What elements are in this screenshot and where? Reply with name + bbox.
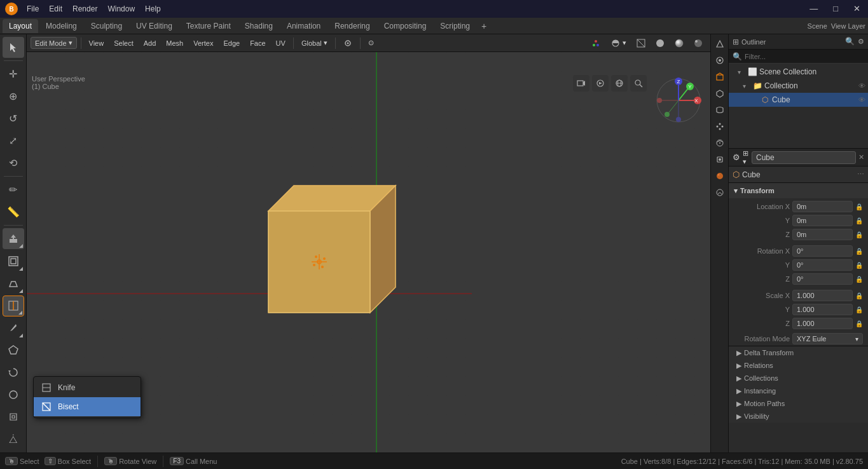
motion-paths-section[interactable]: ▶ Motion Paths bbox=[729, 397, 868, 410]
maximize-button[interactable]: □ bbox=[825, 0, 846, 18]
relations-section[interactable]: ▶ Relations bbox=[729, 359, 868, 372]
shear-tool[interactable]: ⧊ bbox=[3, 429, 24, 450]
outliner-filter-icon[interactable]: ⚙ bbox=[858, 37, 864, 46]
close-button[interactable]: ✕ bbox=[846, 0, 868, 18]
cube-visibility[interactable]: 👁 bbox=[858, 96, 865, 104]
scene-collection-row[interactable]: ▾ ⬜ Scene Collection bbox=[729, 65, 868, 79]
transform-header[interactable]: ▾ Transform bbox=[729, 183, 868, 198]
viewport-uv-menu[interactable]: UV bbox=[272, 38, 289, 48]
viewport[interactable]: Edit Mode ▾ View Select Add Mesh Vertex … bbox=[27, 34, 710, 452]
loop-cut-tool[interactable] bbox=[3, 296, 24, 316]
move-tool[interactable]: ⊕ bbox=[3, 86, 24, 107]
props-material-tab[interactable] bbox=[712, 168, 727, 184]
tab-layout[interactable]: Layout bbox=[3, 19, 38, 33]
world-orientation-button[interactable] bbox=[611, 75, 628, 92]
object-options-icon[interactable]: ⋯ bbox=[857, 170, 864, 179]
scene-selector[interactable]: Scene bbox=[808, 22, 827, 30]
collection-row[interactable]: ▾ 📁 Collection 👁 bbox=[729, 79, 868, 93]
menu-render[interactable]: Render bbox=[69, 3, 101, 15]
tab-modeling[interactable]: Modeling bbox=[39, 19, 83, 33]
viewport-vertex-menu[interactable]: Vertex bbox=[189, 38, 217, 48]
camera-view-button[interactable] bbox=[573, 75, 589, 92]
extrude-tool[interactable] bbox=[3, 228, 24, 249]
viewport-gizmo[interactable]: X Y Z bbox=[653, 75, 704, 126]
scale-x-lock[interactable]: 🔒 bbox=[855, 292, 863, 299]
smooth-tool[interactable] bbox=[3, 384, 24, 405]
viewport-shading-wireframe[interactable] bbox=[633, 37, 649, 49]
menu-window[interactable]: Window bbox=[104, 3, 139, 15]
scale-tool[interactable]: ⤢ bbox=[3, 130, 24, 151]
add-workspace-button[interactable]: + bbox=[478, 20, 490, 32]
collection-visibility[interactable]: 👁 bbox=[858, 82, 865, 90]
props-object-tab[interactable] bbox=[712, 69, 727, 85]
visibility-section[interactable]: ▶ Visibility bbox=[729, 410, 868, 423]
tab-texture-paint[interactable]: Texture Paint bbox=[180, 19, 237, 33]
props-constraints-tab[interactable] bbox=[712, 152, 727, 167]
outliner-filter-input[interactable] bbox=[745, 53, 864, 60]
viewport-mesh-menu[interactable]: Mesh bbox=[162, 38, 187, 48]
transform-orientation[interactable]: Global ▾ bbox=[298, 37, 331, 48]
tab-rendering[interactable]: Rendering bbox=[328, 19, 376, 33]
location-y-lock[interactable]: 🔒 bbox=[855, 217, 863, 224]
cursor-tool[interactable]: ✛ bbox=[3, 64, 24, 85]
viewport-edge-menu[interactable]: Edge bbox=[219, 38, 244, 48]
props-modifiers-tab[interactable] bbox=[712, 102, 727, 118]
menu-file[interactable]: File bbox=[23, 3, 43, 15]
transform-tool[interactable]: ⟲ bbox=[3, 153, 24, 173]
collections-section[interactable]: ▶ Collections bbox=[729, 372, 868, 384]
spin-tool[interactable] bbox=[3, 362, 24, 383]
rotation-z-field[interactable]: 0° bbox=[792, 273, 853, 285]
location-z-field[interactable]: 0m bbox=[792, 229, 853, 240]
view-layer-selector[interactable]: View Layer bbox=[831, 22, 865, 30]
annotate-tool[interactable]: ✏ bbox=[3, 179, 24, 200]
bisect-menu-item[interactable]: Bisect bbox=[34, 397, 141, 416]
scale-y-lock[interactable]: 🔒 bbox=[855, 306, 863, 313]
poly-build-tool[interactable] bbox=[3, 340, 24, 361]
tab-animation[interactable]: Animation bbox=[280, 19, 327, 33]
viewport-shading-solid[interactable] bbox=[652, 37, 668, 49]
measure-tool[interactable]: 📏 bbox=[3, 201, 24, 222]
rotation-y-lock[interactable]: 🔒 bbox=[855, 262, 863, 269]
outliner-search-icon[interactable]: 🔍 bbox=[845, 37, 855, 47]
mode-select[interactable]: Edit Mode ▾ bbox=[31, 37, 77, 49]
tab-shading[interactable]: Shading bbox=[238, 19, 279, 33]
props-particles-tab[interactable] bbox=[712, 119, 727, 134]
location-x-lock[interactable]: 🔒 bbox=[855, 203, 863, 210]
props-panel-dropdown[interactable]: ⊞ ▾ bbox=[743, 149, 749, 166]
viewport-overlays-toggle[interactable]: ▾ bbox=[607, 37, 630, 49]
props-scene-tab[interactable] bbox=[712, 36, 727, 51]
viewport-canvas[interactable]: User Perspective (1) Cube X Y bbox=[27, 52, 710, 452]
zoom-button[interactable] bbox=[630, 75, 647, 92]
rotation-x-field[interactable]: 0° bbox=[792, 245, 853, 257]
viewport-shading-material[interactable] bbox=[671, 37, 687, 49]
tab-compositing[interactable]: Compositing bbox=[378, 19, 433, 33]
scale-y-field[interactable]: 1.000 bbox=[792, 304, 853, 315]
props-mesh-tab[interactable] bbox=[712, 86, 727, 101]
minimize-button[interactable]: — bbox=[802, 0, 825, 18]
scale-z-lock[interactable]: 🔒 bbox=[855, 320, 863, 327]
viewport-view-menu[interactable]: View bbox=[85, 38, 108, 48]
viewport-face-menu[interactable]: Face bbox=[246, 38, 269, 48]
rotation-z-lock[interactable]: 🔒 bbox=[855, 276, 863, 283]
tab-scripting[interactable]: Scripting bbox=[434, 19, 476, 33]
viewport-shading-rendered[interactable] bbox=[690, 37, 706, 49]
viewport-select-menu[interactable]: Select bbox=[110, 38, 137, 48]
location-x-field[interactable]: 0m bbox=[792, 201, 853, 212]
rotate-tool[interactable]: ↺ bbox=[3, 108, 24, 129]
rotation-y-field[interactable]: 0° bbox=[792, 259, 853, 271]
menu-help[interactable]: Help bbox=[141, 3, 165, 15]
shrink-tool[interactable] bbox=[3, 407, 24, 428]
viewport-add-menu[interactable]: Add bbox=[140, 38, 160, 48]
panel-pin-icon[interactable]: ✕ bbox=[858, 153, 864, 161]
proportional-edit[interactable]: ⊙ bbox=[364, 37, 378, 48]
rotation-x-lock[interactable]: 🔒 bbox=[855, 248, 863, 255]
tab-uv-editing[interactable]: UV Editing bbox=[130, 19, 179, 33]
menu-edit[interactable]: Edit bbox=[45, 3, 66, 15]
render-preview-button[interactable] bbox=[592, 75, 609, 92]
knife-menu-item[interactable]: Knife bbox=[34, 378, 141, 397]
location-y-field[interactable]: 0m bbox=[792, 215, 853, 226]
location-z-lock[interactable]: 🔒 bbox=[855, 231, 863, 238]
props-physics-tab[interactable] bbox=[712, 135, 727, 151]
snap-toggle[interactable] bbox=[340, 37, 356, 49]
scale-z-field[interactable]: 1.000 bbox=[792, 318, 853, 329]
